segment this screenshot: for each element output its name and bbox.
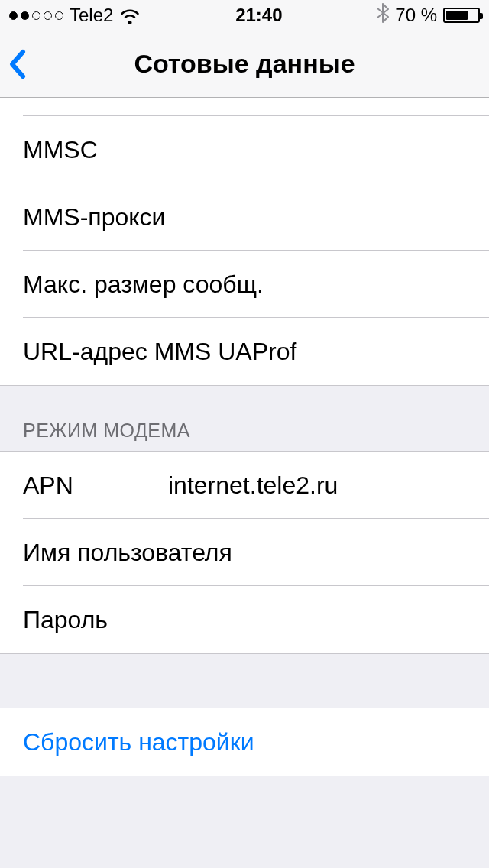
reset-settings-button[interactable]: Сбросить настройки <box>0 708 489 776</box>
spacer <box>0 654 489 708</box>
apn-row[interactable]: APN internet.tele2.ru <box>0 452 489 519</box>
apn-label: APN <box>23 471 160 500</box>
reset-settings-label: Сбросить настройки <box>23 728 254 756</box>
bluetooth-icon <box>377 3 389 28</box>
content: MMSC MMS-прокси Макс. размер сообщ. URL-… <box>0 98 489 776</box>
mms-proxy-label: MMS-прокси <box>23 203 165 232</box>
apn-value: internet.tele2.ru <box>160 471 466 500</box>
signal-strength-icon <box>9 11 63 20</box>
mmsc-row[interactable]: MMSC <box>0 116 489 183</box>
password-row[interactable]: Пароль <box>0 586 489 653</box>
modem-section-header: РЕЖИМ МОДЕМА <box>0 386 489 451</box>
status-left: Tele2 <box>9 5 141 26</box>
password-label: Пароль <box>23 606 160 634</box>
back-button[interactable] <box>8 47 28 81</box>
cutoff-row[interactable] <box>0 98 489 116</box>
reset-group: Сбросить настройки <box>0 708 489 776</box>
mms-uaprof-label: URL-адрес MMS UAProf <box>23 338 296 366</box>
mms-settings-group: MMSC MMS-прокси Макс. размер сообщ. URL-… <box>0 98 489 386</box>
chevron-left-icon <box>8 47 28 81</box>
status-right: 70 % <box>377 3 480 28</box>
wifi-icon <box>119 7 141 24</box>
navigation-bar: Сотовые данные <box>0 31 489 98</box>
status-time: 21:40 <box>235 5 282 26</box>
mmsc-label: MMSC <box>23 136 160 164</box>
battery-icon <box>443 8 480 23</box>
mms-uaprof-row[interactable]: URL-адрес MMS UAProf <box>0 318 489 385</box>
modem-settings-group: APN internet.tele2.ru Имя пользователя П… <box>0 451 489 654</box>
page-title: Сотовые данные <box>0 49 489 79</box>
username-row[interactable]: Имя пользователя <box>0 519 489 586</box>
max-msg-size-row[interactable]: Макс. размер сообщ. <box>0 251 489 318</box>
carrier-label: Tele2 <box>70 5 113 26</box>
status-bar: Tele2 21:40 70 % <box>0 0 489 31</box>
mms-proxy-row[interactable]: MMS-прокси <box>0 183 489 251</box>
max-msg-size-label: Макс. размер сообщ. <box>23 270 264 299</box>
username-label: Имя пользователя <box>23 539 232 567</box>
battery-percentage: 70 % <box>395 5 437 26</box>
